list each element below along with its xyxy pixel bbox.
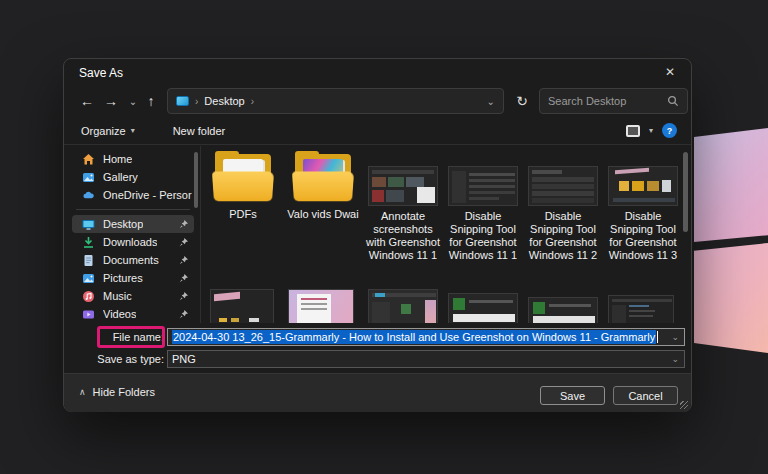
back-button[interactable]: ← (76, 89, 98, 113)
thumb-decor (532, 170, 562, 174)
breadcrumb-separator-icon: › (195, 96, 198, 107)
save-as-type-label: Save as type: (92, 353, 164, 365)
save-as-type-value: PNG (172, 353, 196, 365)
thumb-decor (469, 197, 499, 200)
help-icon[interactable]: ? (662, 123, 677, 138)
thumb-decor (619, 181, 629, 191)
sidebar-item-videos[interactable]: Videos (72, 305, 194, 323)
desktop-backdrop: { "window": { "title": "Save As" }, "ico… (0, 0, 768, 474)
file-item-pdfs[interactable]: PDFs (204, 146, 282, 221)
save-form: File name: 2024-04-30 13_26_15-Grammarly… (64, 323, 691, 373)
thumb-decor (613, 198, 675, 202)
sidebar-item-onedrive[interactable]: OneDrive - Persor (72, 186, 194, 204)
title-bar: Save As ✕ (64, 59, 691, 85)
screenshot-thumbnail (368, 166, 438, 206)
sidebar-item-home[interactable]: Home (72, 150, 194, 168)
navigation-pane: Home Gallery OneDrive - Persor Deskt (64, 146, 201, 323)
file-name: PDFs (204, 208, 282, 221)
hide-folders-button[interactable]: ∧ Hide Folders (79, 386, 155, 398)
thumb-decor (249, 318, 259, 322)
cancel-label: Cancel (628, 390, 662, 402)
thumb-decor (372, 177, 386, 187)
file-list-scrollbar[interactable] (683, 152, 688, 232)
address-dropdown-icon[interactable]: ⌄ (487, 96, 495, 107)
thumb-decor (549, 304, 591, 307)
partial-thumbnail[interactable] (210, 289, 274, 323)
thumb-decor (301, 308, 327, 310)
collapse-chevron-icon: ∧ (79, 387, 86, 397)
file-name: Valo vids Dwai (284, 208, 362, 221)
search-input[interactable]: Search Desktop (539, 88, 688, 114)
cancel-button[interactable]: Cancel (613, 386, 678, 405)
partial-thumbnail[interactable] (608, 295, 674, 323)
save-button[interactable]: Save (540, 386, 605, 405)
gallery-icon (82, 171, 95, 184)
file-name: Disable Snipping Tool for Greenshot Wind… (604, 210, 682, 262)
breadcrumb-location[interactable]: Desktop (204, 95, 244, 107)
text-caret (657, 331, 658, 343)
thumb-decor (372, 170, 434, 174)
refresh-button[interactable]: ↻ (508, 88, 536, 114)
music-icon (82, 290, 95, 303)
sidebar-scrollbar[interactable] (194, 152, 198, 208)
save-as-dialog: Save As ✕ ← → ⌄ ↑ › Desktop › ⌄ ↻ Search… (63, 58, 692, 412)
videos-icon (82, 308, 95, 321)
sidebar-item-desktop[interactable]: Desktop (72, 215, 194, 233)
new-folder-label: New folder (173, 125, 226, 137)
refresh-icon: ↻ (516, 93, 528, 109)
file-name-dropdown-icon[interactable]: ⌄ (671, 332, 679, 342)
thumb-decor (388, 177, 404, 187)
downloads-arrow-icon (82, 236, 95, 249)
thumb-decor (647, 181, 659, 191)
sidebar-item-pictures[interactable]: Pictures (72, 269, 194, 287)
dialog-footer: ∧ Hide Folders Save Cancel (64, 373, 691, 412)
file-item-disable-snipping-3[interactable]: Disable Snipping Tool for Greenshot Wind… (604, 146, 682, 262)
wallpaper-windows-logo-pane-top (694, 128, 768, 242)
dialog-content: Home Gallery OneDrive - Persor Deskt (64, 146, 691, 323)
sidebar-item-downloads[interactable]: Downloads (72, 233, 194, 251)
partial-thumbnail[interactable] (288, 289, 354, 323)
up-button[interactable]: ↑ (140, 89, 162, 113)
desktop-monitor-icon (82, 218, 95, 231)
save-as-type-dropdown-icon[interactable]: ⌄ (671, 354, 679, 364)
new-folder-button[interactable]: New folder (165, 121, 234, 141)
desktop-location-icon (176, 96, 189, 106)
folder-icon (293, 154, 353, 204)
view-mode-icon[interactable] (626, 125, 640, 137)
view-mode-dropdown-icon[interactable]: ▾ (649, 126, 653, 135)
thumb-decor (629, 310, 655, 312)
file-item-annotate-screenshot[interactable]: Annotate screenshots with Greenshot Wind… (364, 146, 442, 262)
partial-thumbnail[interactable] (368, 289, 438, 323)
organize-menu-button[interactable]: Organize ▾ (73, 121, 143, 141)
thumb-decor (453, 314, 515, 322)
document-icon (82, 254, 95, 267)
thumb-decor (615, 168, 649, 174)
screenshot-thumbnail (608, 166, 678, 206)
screenshot-thumbnail (528, 166, 598, 206)
sidebar-item-music[interactable]: Music (72, 287, 194, 305)
partial-thumbnail[interactable] (448, 293, 518, 323)
thumb-decor (386, 190, 404, 202)
thumb-decor (425, 300, 436, 323)
home-icon (82, 153, 95, 166)
sidebar-item-label: Documents (103, 254, 159, 266)
resize-grip[interactable] (680, 401, 688, 409)
sidebar-item-gallery[interactable]: Gallery (72, 168, 194, 186)
forward-button[interactable]: → (100, 89, 122, 113)
file-name-input[interactable]: 2024-04-30 13_26_15-Grammarly - How to I… (167, 328, 685, 346)
partial-thumbnail[interactable] (528, 297, 598, 323)
pin-icon (179, 238, 188, 247)
file-item-valo-vids[interactable]: Valo vids Dwai (284, 146, 362, 221)
file-item-disable-snipping-1[interactable]: Disable Snipping Tool for Greenshot Wind… (444, 146, 522, 262)
folder-front (212, 172, 274, 202)
caret-down-icon: ▾ (131, 126, 135, 135)
thumb-decor (469, 173, 515, 176)
sidebar-item-label: OneDrive - Persor (103, 189, 192, 201)
thumb-decor (533, 302, 545, 314)
sidebar-item-label: Desktop (103, 218, 143, 230)
close-button[interactable]: ✕ (655, 61, 685, 83)
sidebar-item-documents[interactable]: Documents (72, 251, 194, 269)
file-item-disable-snipping-2[interactable]: Disable Snipping Tool for Greenshot Wind… (524, 146, 602, 262)
address-bar[interactable]: › Desktop › ⌄ (167, 88, 504, 114)
save-as-type-select[interactable]: PNG ⌄ (167, 350, 685, 368)
